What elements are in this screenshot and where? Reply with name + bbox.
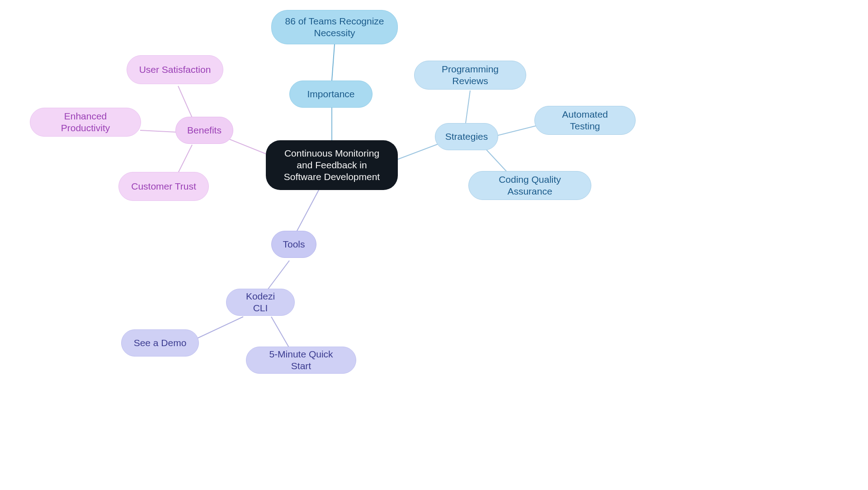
node-importance[interactable]: Importance — [289, 81, 373, 108]
node-strategies-testing[interactable]: Automated Testing — [534, 106, 636, 135]
center-node[interactable]: Continuous Monitoring and Feedback in So… — [266, 140, 398, 190]
label-strategies-reviews: Programming Reviews — [426, 63, 514, 87]
label-strategies-testing: Automated Testing — [547, 109, 623, 133]
node-tools-demo[interactable]: See a Demo — [121, 329, 199, 357]
node-benefits-satisfaction[interactable]: User Satisfaction — [127, 55, 223, 84]
svg-line-3 — [466, 90, 470, 123]
node-benefits[interactable]: Benefits — [175, 117, 233, 144]
svg-line-2 — [398, 144, 439, 159]
node-benefits-productivity[interactable]: Enhanced Productivity — [30, 108, 141, 137]
center-label: Continuous Monitoring and Feedback in So… — [278, 147, 386, 183]
node-benefits-trust[interactable]: Customer Trust — [118, 172, 209, 201]
label-benefits: Benefits — [187, 124, 222, 136]
svg-line-10 — [297, 190, 319, 232]
node-importance-teams[interactable]: 86 of Teams Recognize Necessity — [271, 10, 398, 44]
node-tools-quick[interactable]: 5-Minute Quick Start — [246, 347, 356, 374]
label-strategies: Strategies — [445, 131, 488, 143]
svg-line-7 — [178, 86, 192, 118]
label-strategies-qa: Coding Quality Assurance — [481, 174, 579, 198]
svg-line-6 — [230, 139, 266, 154]
label-tools: Tools — [283, 238, 305, 250]
svg-line-4 — [496, 125, 538, 136]
svg-line-8 — [140, 130, 176, 132]
node-tools[interactable]: Tools — [271, 231, 316, 258]
node-strategies[interactable]: Strategies — [435, 123, 498, 150]
node-strategies-qa[interactable]: Coding Quality Assurance — [468, 171, 591, 200]
node-tools-kodezi[interactable]: Kodezi CLI — [226, 289, 295, 316]
node-strategies-reviews[interactable]: Programming Reviews — [414, 61, 526, 90]
mindmap-canvas: Continuous Monitoring and Feedback in So… — [0, 0, 868, 490]
label-benefits-satisfaction: User Satisfaction — [139, 64, 211, 76]
label-tools-demo: See a Demo — [134, 337, 187, 349]
label-tools-kodezi: Kodezi CLI — [238, 290, 283, 314]
label-benefits-productivity: Enhanced Productivity — [42, 110, 129, 134]
label-importance: Importance — [307, 88, 354, 100]
svg-line-1 — [332, 44, 335, 81]
label-benefits-trust: Customer Trust — [131, 181, 196, 192]
label-importance-teams: 86 of Teams Recognize Necessity — [283, 15, 386, 39]
svg-line-11 — [268, 261, 289, 290]
label-tools-quick: 5-Minute Quick Start — [258, 348, 344, 372]
